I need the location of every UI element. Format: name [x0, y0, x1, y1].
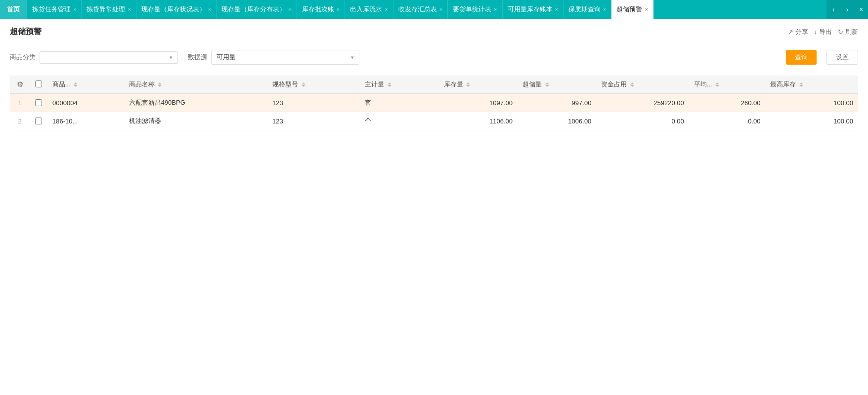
th-spec[interactable]: 规格型号 [267, 76, 360, 94]
nav-arrows: ‹ › × [826, 0, 868, 19]
table-body: 1 0000004 六配套新昌490BPG 123 套 1097.00 997.… [10, 94, 858, 130]
export-icon: ↓ [814, 28, 818, 36]
sort-product-name-icon [158, 82, 162, 87]
close-inout-icon[interactable]: × [385, 6, 388, 12]
close-order-stat-icon[interactable]: × [494, 6, 497, 12]
nav-close-button[interactable]: × [854, 0, 868, 19]
category-select[interactable]: ▾ [40, 51, 178, 64]
nav-home[interactable]: 首页 [0, 0, 27, 19]
row-capital: 0.00 [596, 112, 689, 130]
close-inv-status-icon[interactable]: × [208, 6, 211, 12]
page-content: 超储预警 ↗ 分享 ↓ 导出 ↻ 刷新 商品分类 ▾ 数据源 [0, 19, 868, 395]
row-unit: 个 [360, 112, 438, 130]
row-max-inv: 100.00 [765, 112, 858, 130]
row-inventory: 1097.00 [439, 94, 518, 112]
sort-spec-icon [302, 82, 305, 87]
datasource-select[interactable]: 可用量 ▾ [211, 50, 359, 65]
nav-batch[interactable]: 库存批次账 × [297, 0, 345, 19]
select-all-checkbox[interactable] [35, 80, 42, 87]
page-header: 超储预警 ↗ 分享 ↓ 导出 ↻ 刷新 [10, 27, 858, 37]
sort-product-code-icon [74, 82, 78, 87]
th-capital-label: 资金占用 [601, 80, 627, 88]
th-inventory-label: 库存量 [444, 80, 463, 88]
th-unit[interactable]: 主计量 [360, 76, 438, 94]
filter-row: 商品分类 ▾ 数据源 可用量 ▾ 查询 设置 [10, 45, 858, 70]
nav-quality[interactable]: 保质期查询 × [564, 0, 611, 19]
row-capital: 259220.00 [596, 94, 689, 112]
settings-button[interactable]: 设置 [826, 50, 858, 65]
close-collect-icon[interactable]: × [439, 6, 442, 12]
datasource-value: 可用量 [217, 53, 236, 62]
nav-task[interactable]: 拣货任务管理 × [27, 0, 82, 19]
export-button[interactable]: ↓ 导出 [814, 28, 832, 37]
th-capital[interactable]: 资金占用 [596, 76, 689, 94]
data-table: ⚙ 商品... 商品名称 规格型号 主计量 [10, 76, 858, 130]
nav-abnormal[interactable]: 拣货异常处理 × [82, 0, 136, 19]
row-avg: 0.00 [689, 112, 766, 130]
row-product-name: 六配套新昌490BPG [124, 94, 267, 112]
row-checkbox[interactable] [35, 118, 42, 124]
th-overstock[interactable]: 超储量 [518, 76, 596, 94]
page-title: 超储预警 [10, 27, 42, 37]
gear-icon[interactable]: ⚙ [17, 80, 23, 88]
refresh-icon: ↻ [838, 28, 843, 36]
row-product-code: 0000004 [47, 94, 124, 112]
header-actions: ↗ 分享 ↓ 导出 ↻ 刷新 [788, 28, 859, 37]
close-quality-icon[interactable]: × [603, 6, 606, 12]
category-caret-icon: ▾ [170, 54, 173, 61]
share-button[interactable]: ↗ 分享 [788, 28, 808, 37]
th-checkbox [30, 76, 47, 94]
table-row: 1 0000004 六配套新昌490BPG 123 套 1097.00 997.… [10, 94, 858, 112]
sort-inventory-icon [466, 82, 470, 87]
th-inventory[interactable]: 库存量 [439, 76, 518, 94]
row-checkbox[interactable] [35, 99, 42, 106]
row-overstock: 1006.00 [518, 112, 596, 130]
th-avg-label: 平均... [694, 80, 712, 88]
datasource-caret-icon: ▾ [351, 54, 354, 61]
row-product-name: 机油滤清器 [124, 112, 267, 130]
th-max-inv-label: 最高库存 [770, 80, 796, 88]
th-product-name-label: 商品名称 [129, 80, 155, 88]
row-product-code: 186-10... [47, 112, 124, 130]
close-inv-dist-icon[interactable]: × [288, 6, 291, 12]
table-row: 2 186-10... 机油滤清器 123 个 1106.00 1006.00 … [10, 112, 858, 130]
table-header-row: ⚙ 商品... 商品名称 规格型号 主计量 [10, 76, 858, 94]
nav-collect[interactable]: 收发存汇总表 × [393, 0, 448, 19]
th-avg[interactable]: 平均... [689, 76, 766, 94]
close-available-icon[interactable]: × [555, 6, 558, 12]
th-product-code-label: 商品... [52, 80, 71, 88]
category-label: 商品分类 [10, 53, 36, 62]
sort-max-inv-icon [799, 82, 803, 87]
nav-inout[interactable]: 出入库流水 × [345, 0, 393, 19]
category-filter: 商品分类 ▾ [10, 51, 178, 64]
query-button[interactable]: 查询 [786, 50, 817, 65]
close-abnormal-icon[interactable]: × [128, 6, 130, 12]
nav-bar: 首页 拣货任务管理 × 拣货异常处理 × 现存量（库存状况表） × 现存量（库存… [0, 0, 868, 19]
nav-available[interactable]: 可用量库存账本 × [503, 0, 564, 19]
th-max-inv[interactable]: 最高库存 [765, 76, 858, 94]
nav-inventory-dist[interactable]: 现存量（库存分布表） × [217, 0, 297, 19]
refresh-button[interactable]: ↻ 刷新 [838, 28, 858, 37]
th-product-name[interactable]: 商品名称 [124, 76, 267, 94]
row-spec: 123 [267, 112, 360, 130]
close-overstock-icon[interactable]: × [645, 6, 648, 12]
nav-overstock[interactable]: 超储预警 × [611, 0, 653, 19]
close-task-icon[interactable]: × [73, 6, 76, 12]
nav-order-stat[interactable]: 要货单统计表 × [448, 0, 502, 19]
nav-inventory-status[interactable]: 现存量（库存状况表） × [136, 0, 217, 19]
row-index: 2 [10, 112, 30, 130]
row-index: 1 [10, 94, 30, 112]
th-gear[interactable]: ⚙ [10, 76, 30, 94]
close-batch-icon[interactable]: × [337, 6, 340, 12]
nav-prev-button[interactable]: ‹ [826, 0, 840, 19]
nav-next-button[interactable]: › [840, 0, 854, 19]
row-checkbox-cell [30, 94, 47, 112]
th-overstock-label: 超储量 [522, 80, 542, 88]
datasource-label: 数据源 [188, 53, 207, 62]
th-unit-label: 主计量 [365, 80, 384, 88]
row-checkbox-cell [30, 112, 47, 130]
row-inventory: 1106.00 [439, 112, 518, 130]
row-unit: 套 [360, 94, 438, 112]
table-header: ⚙ 商品... 商品名称 规格型号 主计量 [10, 76, 858, 94]
th-product-code[interactable]: 商品... [47, 76, 124, 94]
